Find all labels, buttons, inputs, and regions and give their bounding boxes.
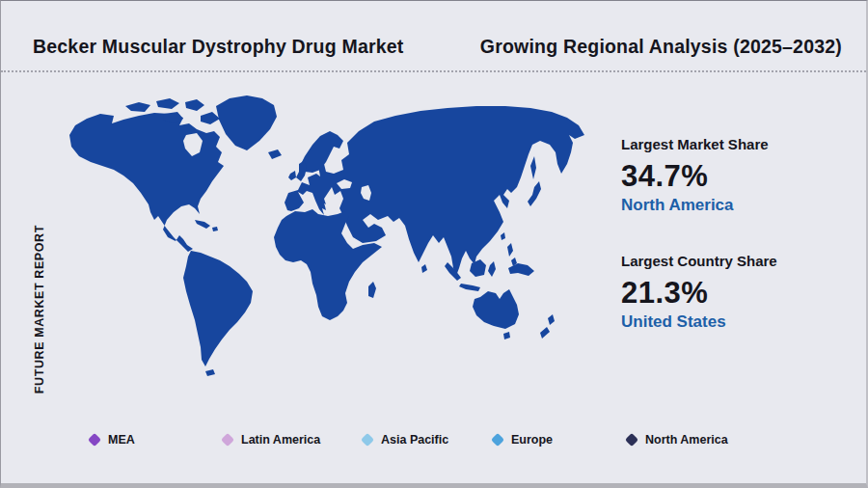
stat-value: 34.7% — [621, 159, 769, 194]
iceland — [268, 149, 282, 159]
continent-north-america — [69, 113, 224, 252]
caribbean-islands — [195, 220, 218, 231]
legend-item-latin-america: Latin America — [223, 432, 320, 447]
legend-dot-latin-america — [221, 433, 234, 447]
new-guinea — [508, 263, 534, 276]
stat-region: North America — [621, 196, 769, 215]
legend-label: MEA — [108, 433, 135, 447]
legend-item-asia-pacific: Asia Pacific — [363, 432, 448, 447]
infographic-frame: Becker Muscular Dystrophy Drug Market Gr… — [0, 0, 868, 488]
stat-label: Largest Country Share — [621, 253, 777, 270]
taiwan-philippines — [501, 232, 517, 266]
legend-item-europe: Europe — [493, 432, 553, 447]
sri-lanka — [421, 264, 427, 273]
legend-item-mea: MEA — [90, 432, 135, 447]
legend-item-north-america: North America — [627, 432, 728, 447]
stat-largest-market-share: Largest Market Share 34.7% North America — [621, 136, 769, 215]
stat-label: Largest Market Share — [621, 136, 769, 153]
legend-dot-asia-pacific — [361, 433, 374, 447]
new-zealand — [540, 314, 555, 339]
legend-dot-north-america — [625, 433, 638, 447]
watermark-brand-text: FUTURE MARKET REPORT — [33, 225, 46, 393]
greenland — [216, 95, 277, 150]
page-title-right: Growing Regional Analysis (2025–2032) — [480, 36, 842, 58]
legend-label: North America — [645, 433, 728, 447]
landmasses — [69, 95, 584, 376]
british-isles — [288, 160, 307, 181]
indonesia — [445, 259, 496, 291]
legend-label: Latin America — [241, 433, 320, 447]
dotted-divider — [1, 70, 866, 72]
stat-region: United States — [621, 312, 777, 332]
world-map — [64, 93, 599, 406]
japan-sakhalin — [528, 156, 541, 206]
stat-value: 21.3% — [621, 276, 777, 311]
legend-label: Asia Pacific — [381, 433, 448, 447]
header: Becker Muscular Dystrophy Drug Market Gr… — [1, 36, 866, 58]
madagascar — [368, 282, 376, 298]
stat-largest-country-share: Largest Country Share 21.3% United State… — [621, 253, 777, 332]
continent-south-america — [183, 251, 253, 376]
legend-dot-mea — [88, 433, 101, 447]
legend-dot-europe — [491, 433, 504, 447]
legend-label: Europe — [511, 433, 553, 447]
australia — [473, 289, 519, 339]
page-title-left: Becker Muscular Dystrophy Drug Market — [33, 36, 404, 58]
